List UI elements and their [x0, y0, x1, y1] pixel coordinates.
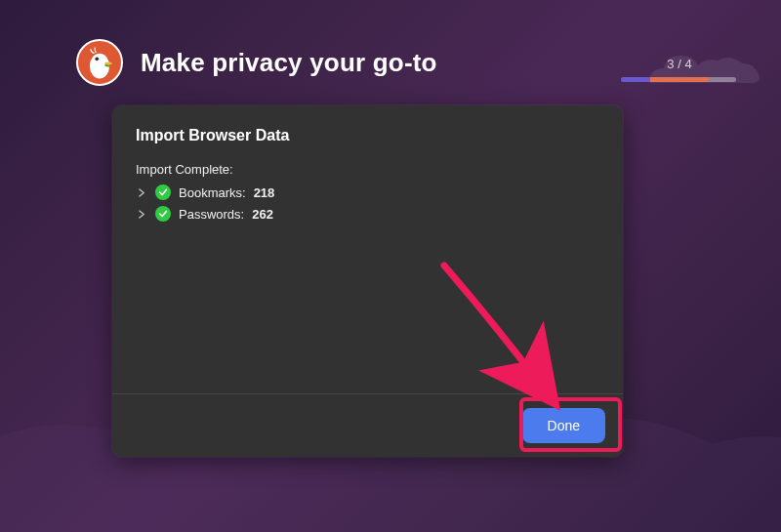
- panel-footer: Done: [112, 393, 623, 457]
- check-icon: [155, 206, 171, 222]
- progress-bar: [621, 77, 736, 82]
- result-count: 262: [252, 207, 273, 222]
- duckduckgo-logo-icon: [76, 39, 123, 86]
- check-icon: [155, 184, 171, 200]
- import-panel: Import Browser Data Import Complete: Boo…: [112, 105, 623, 457]
- import-complete-label: Import Complete:: [136, 162, 599, 177]
- svg-point-2: [95, 58, 99, 61]
- page-title: Make privacy your go-to: [141, 48, 437, 78]
- result-label: Bookmarks:: [179, 185, 246, 200]
- step-indicator: 3 / 4: [621, 57, 738, 82]
- chevron-right-icon: [136, 188, 147, 197]
- result-label: Passwords:: [179, 207, 244, 222]
- chevron-right-icon: [136, 210, 147, 219]
- panel-title: Import Browser Data: [136, 127, 599, 144]
- result-row-passwords[interactable]: Passwords: 262: [136, 206, 599, 222]
- step-label: 3 / 4: [621, 57, 738, 71]
- result-count: 218: [254, 185, 275, 200]
- done-button[interactable]: Done: [522, 408, 605, 443]
- result-row-bookmarks[interactable]: Bookmarks: 218: [136, 184, 599, 200]
